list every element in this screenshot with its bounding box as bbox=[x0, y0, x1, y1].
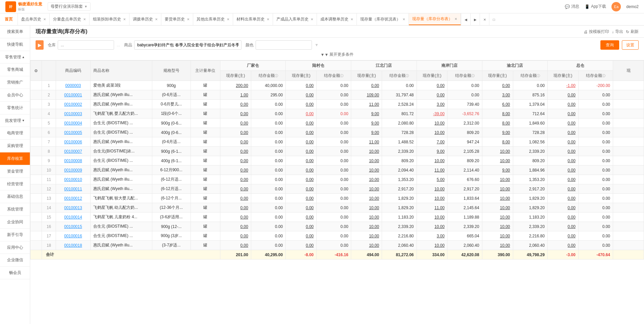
app-download-btn[interactable]: 📱 App下载 bbox=[585, 4, 606, 9]
tab-qita-close[interactable]: ✕ bbox=[227, 17, 229, 21]
td-c3-qty[interactable]: 0.00 bbox=[351, 81, 382, 90]
td-c1-qty[interactable]: 0.00 bbox=[220, 175, 251, 184]
td-c5-qty[interactable]: 10.00 bbox=[482, 156, 513, 166]
td-c2-qty[interactable]: 0.00 bbox=[286, 156, 317, 166]
td-c3-qty[interactable]: 10.00 bbox=[351, 222, 382, 231]
td-c3-qty[interactable]: 10.00 bbox=[351, 231, 382, 241]
td-c3-qty[interactable]: 11.00 bbox=[351, 137, 382, 147]
td-c4-qty[interactable]: 7.00 bbox=[417, 137, 447, 147]
td-c1-qty[interactable]: 0.00 bbox=[220, 184, 251, 194]
td-c3-qty[interactable]: 9.00 bbox=[351, 119, 382, 128]
td-sku[interactable]: 00100004 bbox=[56, 119, 90, 128]
setting-btn[interactable]: 设置 bbox=[622, 40, 639, 50]
td-c4-qty[interactable]: 5.00 bbox=[417, 175, 447, 184]
td-name[interactable]: 合生元(BIOSTIME)浓... bbox=[91, 147, 152, 156]
td-c4-qty[interactable]: 10.00 bbox=[417, 222, 447, 231]
tab-yaohuo[interactable]: 要货单历史 ✕ bbox=[161, 13, 193, 25]
tab-chengben-close[interactable]: ✕ bbox=[351, 17, 353, 21]
td-c3-qty[interactable]: 10.00 bbox=[351, 147, 382, 156]
td-c2-qty[interactable]: 0.00 bbox=[286, 137, 317, 147]
td-c3-qty[interactable]: 9.00 bbox=[351, 109, 382, 119]
td-c5-qty[interactable]: 6.00 bbox=[482, 100, 513, 109]
td-c5-qty[interactable]: 0.00 bbox=[482, 81, 513, 90]
td-t-qty[interactable]: 0.00 bbox=[547, 137, 578, 147]
td-sku[interactable]: 00100005 bbox=[56, 128, 90, 137]
td-name[interactable]: 合生元 (BIOSTIME) ... bbox=[91, 222, 152, 231]
tab-diaobuo-close[interactable]: ✕ bbox=[155, 17, 158, 21]
table-area[interactable]: ⚙ 商品编码 商品名称 规格型号 主计量单位 厂家仓 陆村仓 江北门店 南岸门店… bbox=[30, 60, 644, 324]
td-t-qty[interactable]: 0.00 bbox=[547, 203, 578, 213]
td-c5-qty[interactable]: 10.00 bbox=[482, 231, 513, 241]
td-c1-qty[interactable]: 0.00 bbox=[220, 119, 251, 128]
td-c3-qty[interactable]: 10.00 bbox=[351, 203, 382, 213]
refresh-btn[interactable]: ↻ 刷新 bbox=[626, 29, 639, 35]
td-c3-qty[interactable]: 10.00 bbox=[351, 175, 382, 184]
color-dropdown[interactable]: ▼ bbox=[315, 43, 319, 47]
td-sku[interactable]: 00100007 bbox=[56, 147, 90, 156]
td-name[interactable]: 惠氏启赋 (Wyeth illu... bbox=[91, 90, 152, 100]
td-t-qty[interactable]: 0.00 bbox=[547, 109, 578, 119]
tab-cailiao[interactable]: 材料出库单历史 ✕ bbox=[233, 13, 273, 25]
tab-close-all-btn[interactable]: ✕ bbox=[480, 13, 489, 26]
td-sku[interactable]: 00100003 bbox=[56, 109, 90, 119]
export-btn[interactable]: ↓ 导出 bbox=[612, 29, 623, 35]
td-c2-qty[interactable]: 0.00 bbox=[286, 81, 317, 90]
td-name[interactable]: 飞鹤星飞帆 较大婴儿配... bbox=[91, 194, 152, 203]
td-name[interactable]: 飞鹤星飞帆 儿童奶粉 4... bbox=[91, 213, 152, 222]
td-sku[interactable]: 00100013 bbox=[56, 203, 90, 213]
td-c5-qty[interactable]: 10.00 bbox=[482, 184, 513, 194]
td-sku[interactable]: 00100006 bbox=[56, 137, 90, 147]
td-c2-qty[interactable]: 0.00 bbox=[286, 231, 317, 241]
sidebar-item-wecom[interactable]: 企业微信 bbox=[0, 254, 30, 267]
message-btn[interactable]: 💬 消息 bbox=[565, 4, 579, 9]
td-c3-qty[interactable]: 10.00 bbox=[351, 213, 382, 222]
goods-input[interactable] bbox=[134, 40, 241, 50]
td-c3-qty[interactable]: 10.00 bbox=[351, 241, 382, 250]
td-name[interactable]: 惠氏启赋 (Wyeth illu... bbox=[91, 137, 152, 147]
td-c3-qty[interactable]: 10.00 bbox=[351, 166, 382, 175]
td-c5-qty[interactable]: 10.00 bbox=[482, 147, 513, 156]
tab-zuche[interactable]: 组装拆卸单历史 ✕ bbox=[90, 13, 129, 25]
td-c1-qty[interactable]: 1.00 bbox=[220, 90, 251, 100]
td-name[interactable]: 爱他美 卤菜3段 bbox=[91, 81, 152, 90]
sidebar-item-marketing[interactable]: 营销推广 bbox=[0, 76, 30, 89]
td-c4-qty[interactable]: 3.00 bbox=[417, 231, 447, 241]
td-name[interactable]: 惠氏启赋 (Wyeth illu... bbox=[91, 184, 152, 194]
td-c4-qty[interactable]: 10.00 bbox=[417, 194, 447, 203]
sidebar-item-vip[interactable]: 畅会员 bbox=[0, 267, 30, 279]
sidebar-item-nav[interactable]: 快捷导航 bbox=[0, 38, 30, 51]
tab-chengben[interactable]: 成本调整单历史 ✕ bbox=[317, 13, 357, 25]
tab-qita[interactable]: 其他出库单历史 ✕ bbox=[193, 13, 233, 25]
td-c2-qty[interactable]: 0.00 bbox=[286, 213, 317, 222]
td-c5-qty[interactable]: 10.00 bbox=[482, 222, 513, 231]
td-c5-qty[interactable]: 8.00 bbox=[482, 137, 513, 147]
td-c2-qty[interactable]: 0.00 bbox=[286, 128, 317, 137]
sidebar-item-ecommerce[interactable]: 电商管理 bbox=[0, 127, 30, 140]
td-c2-qty[interactable]: 0.00 bbox=[286, 166, 317, 175]
td-c5-qty[interactable]: 8.00 bbox=[482, 109, 513, 119]
td-c2-qty[interactable]: 0.00 bbox=[286, 119, 317, 128]
expand-btn[interactable]: ▼▼ 展开更多条件 bbox=[321, 52, 354, 57]
sidebar-item-search[interactable]: 搜索英单 bbox=[0, 26, 30, 38]
tab-kucun1-close[interactable]: ✕ bbox=[402, 17, 405, 21]
td-c2-qty[interactable]: 0.00 bbox=[286, 100, 317, 109]
td-t-qty[interactable]: 0.00 bbox=[547, 156, 578, 166]
tab-kucun2[interactable]: 现存量（库存分布表） ✕ bbox=[409, 13, 461, 25]
td-c5-qty[interactable]: 10.00 bbox=[482, 175, 513, 184]
td-c1-qty[interactable]: 0.00 bbox=[220, 147, 251, 156]
td-c2-qty[interactable]: 0.00 bbox=[286, 184, 317, 194]
tab-pandian[interactable]: 盘点单历史 ✕ bbox=[18, 13, 50, 25]
td-c1-qty[interactable]: 0.00 bbox=[220, 222, 251, 231]
td-sku[interactable]: 00100016 bbox=[56, 231, 90, 241]
tab-yaohuo-close[interactable]: ✕ bbox=[187, 17, 190, 21]
td-c1-qty[interactable]: 0.00 bbox=[220, 241, 251, 250]
sidebar-item-guide[interactable]: 新手引导 bbox=[0, 229, 30, 241]
td-c4-qty[interactable]: 11.00 bbox=[417, 166, 447, 175]
td-t-qty[interactable]: 0.00 bbox=[547, 100, 578, 109]
td-name[interactable]: 合生元 (BIOSTIME) ... bbox=[91, 128, 152, 137]
td-c3-qty[interactable]: 11.00 bbox=[351, 100, 382, 109]
td-c2-qty[interactable]: 0.00 bbox=[286, 222, 317, 231]
td-c4-qty[interactable]: 10.00 bbox=[417, 241, 447, 250]
td-c4-qty[interactable]: 11.00 bbox=[417, 203, 447, 213]
td-c1-qty[interactable]: 0.00 bbox=[220, 166, 251, 175]
